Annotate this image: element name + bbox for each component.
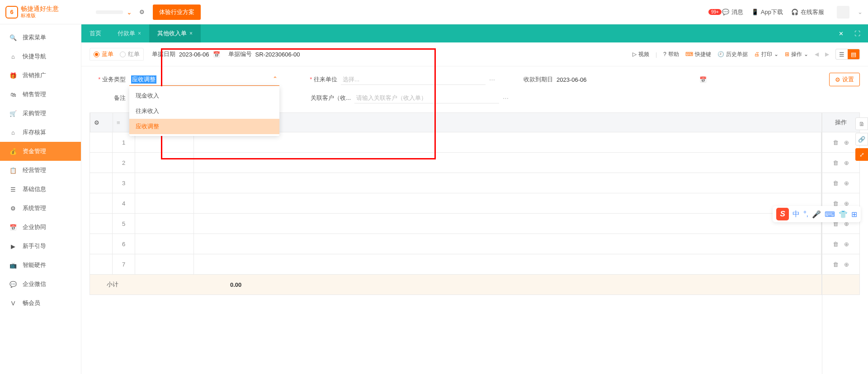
partner-input[interactable] [341, 74, 486, 85]
radio-icon [94, 51, 99, 57]
sidebar-item-search[interactable]: 🔍搜索菜单 [0, 28, 81, 47]
sidebar-item-inventory[interactable]: ⌂库存核算 [0, 123, 81, 142]
delete-icon[interactable]: 🗑 [833, 139, 839, 146]
tab-other-income[interactable]: 其他收入单× [149, 24, 201, 42]
more-icon[interactable]: ⋯ [489, 76, 495, 83]
avatar[interactable] [837, 6, 849, 19]
sidebar-item-purchase[interactable]: 🛒采购管理 [0, 104, 81, 123]
calendar-icon[interactable]: 📅 [213, 51, 220, 58]
dropdown-option-cash[interactable]: 现金收入 [129, 88, 279, 103]
delete-icon[interactable]: 🗑 [833, 261, 839, 268]
delete-icon[interactable]: 🗑 [833, 241, 839, 248]
print-link[interactable]: 🖨打印⌄ [754, 51, 778, 58]
table-settings-icon[interactable]: ⚙ [90, 113, 113, 132]
sidebar-item-business[interactable]: 📋经营管理 [0, 161, 81, 180]
app-download-link[interactable]: 📱 App下载 [751, 8, 783, 16]
mobile-icon: 📱 [751, 9, 759, 15]
dropdown-option-adjust[interactable]: 应收调整 [129, 119, 279, 134]
sidebar-item-marketing[interactable]: 🎁营销推广 [0, 66, 81, 85]
settings-icon: ⚙ [9, 204, 17, 212]
due-date-label: 收款到期日 [517, 75, 553, 84]
delete-icon[interactable]: 🗑 [833, 180, 839, 187]
view-list-button[interactable]: ☰ [836, 49, 848, 59]
home-icon: ⌂ [9, 52, 17, 61]
sidebar-item-basic[interactable]: ☰基础信息 [0, 180, 81, 199]
copy-icon[interactable]: ⊕ [844, 139, 849, 146]
dock-expand-button[interactable]: ⤢ [855, 148, 868, 161]
sidebar-item-quicknav[interactable]: ⌂快捷导航 [0, 47, 81, 66]
org-selector[interactable]: ⌄ [96, 9, 132, 16]
ime-lang[interactable]: 中 [793, 210, 800, 219]
doc-date-value[interactable]: 2023-06-06 [179, 51, 209, 58]
row-actions: 🗑⊕ [822, 254, 860, 275]
sidebar-item-member[interactable]: V畅会员 [0, 294, 81, 313]
close-icon[interactable]: × [138, 30, 141, 37]
table-row[interactable]: 2 [90, 153, 822, 173]
tab-home[interactable]: 首页 [81, 24, 109, 42]
doc-no-label: 单据编号 [228, 50, 252, 58]
sidebar-item-sales[interactable]: 🛍销售管理 [0, 85, 81, 104]
copy-icon[interactable]: ⊕ [844, 241, 849, 248]
video-link[interactable]: ▷视频 [632, 51, 649, 58]
wechat-icon: 💬 [9, 280, 17, 288]
biz-type-dropdown: 现金收入 往来收入 应收调整 [129, 86, 279, 136]
dock-link-button[interactable]: 🔗 [855, 133, 868, 145]
delete-icon[interactable]: 🗑 [833, 159, 839, 166]
prev-button[interactable]: ◀ [815, 51, 819, 57]
gear-icon: ⚙ [835, 76, 840, 83]
ime-skin-icon[interactable]: 👕 [839, 210, 848, 219]
sidebar-item-hardware[interactable]: 📺智能硬件 [0, 256, 81, 275]
view-detail-button[interactable]: ▤ [848, 49, 859, 59]
message-link[interactable]: 99+ 💬 消息 [708, 8, 743, 16]
tab-close-all[interactable]: ✕ [835, 27, 847, 40]
calendar-icon[interactable]: 📅 [699, 76, 707, 83]
sidebar-item-wechat[interactable]: 💬企业微信 [0, 275, 81, 294]
ime-keyboard-icon[interactable]: ⌨ [825, 210, 835, 219]
tab-payment[interactable]: 付款单× [109, 24, 149, 42]
keyboard-icon: ⌨ [685, 51, 693, 57]
shortcut-link[interactable]: ⌨快捷键 [685, 51, 711, 58]
close-icon[interactable]: × [189, 30, 193, 37]
trial-button[interactable]: 体验行业方案 [153, 5, 201, 20]
table-row[interactable]: 6 [90, 234, 822, 254]
biz-type-select[interactable]: 应收调整 ⌃ 现金收入 往来收入 应收调整 [129, 74, 279, 86]
online-service-link[interactable]: 🎧 在线客服 [791, 8, 824, 16]
radio-red-slip[interactable]: 红单 [120, 50, 140, 58]
sidebar-item-guide[interactable]: ▶新手引导 [0, 237, 81, 256]
radio-blue-slip[interactable]: 蓝单 [94, 50, 113, 58]
sidebar-item-collab[interactable]: 📅企业协同 [0, 218, 81, 237]
history-link[interactable]: 🕘历史单据 [717, 51, 748, 58]
copy-icon[interactable]: ⊕ [844, 261, 849, 268]
actions-link[interactable]: ⊞操作⌄ [785, 51, 808, 58]
dropdown-option-partner[interactable]: 往来收入 [129, 103, 279, 119]
table-row[interactable]: 3 [90, 173, 822, 193]
table-row[interactable]: 4 [90, 193, 822, 214]
next-button[interactable]: ▶ [825, 51, 829, 57]
chevron-down-icon[interactable]: ⌄ [858, 9, 863, 15]
copy-icon[interactable]: ⊕ [844, 180, 849, 187]
row-actions: 🗑⊕ [822, 234, 860, 254]
subtotal-row: 小计 0.00 [90, 275, 822, 295]
ime-punct-icon[interactable]: °, [803, 210, 808, 218]
ime-menu-icon[interactable]: ⊞ [851, 210, 857, 219]
due-date-value[interactable]: 2023-06-06 [557, 76, 587, 83]
config-button[interactable]: ⚙设置 [829, 73, 860, 86]
gear-icon[interactable]: ⚙ [139, 9, 145, 15]
search-icon: 🔍 [9, 33, 17, 42]
subtotal-value: 0.00 [230, 281, 241, 288]
biz-type-value: 应收调整 [131, 75, 156, 84]
form-toolbar: 蓝单 红单 单据日期 2023-06-06 📅 单据编号 SR-20230606… [81, 42, 868, 66]
sidebar-item-system[interactable]: ⚙系统管理 [0, 199, 81, 218]
ime-toolbar[interactable]: S 中 °, 🎤 ⌨ 👕 ⊞ [773, 206, 861, 222]
table-row[interactable]: 7 [90, 254, 822, 275]
biz-type-label: 业务类型 [90, 75, 126, 84]
help-link[interactable]: ?帮助 [663, 51, 679, 58]
table-row[interactable]: 5 [90, 214, 822, 234]
more-icon[interactable]: ⋯ [503, 95, 509, 102]
dock-note-button[interactable]: 🗎 [855, 117, 868, 130]
sidebar-item-funds[interactable]: 💰资金管理 [0, 142, 81, 161]
ime-mic-icon[interactable]: 🎤 [812, 210, 821, 219]
customer-input[interactable] [354, 93, 499, 103]
tab-fullscreen[interactable]: ⛶ [851, 27, 863, 40]
copy-icon[interactable]: ⊕ [844, 159, 849, 166]
